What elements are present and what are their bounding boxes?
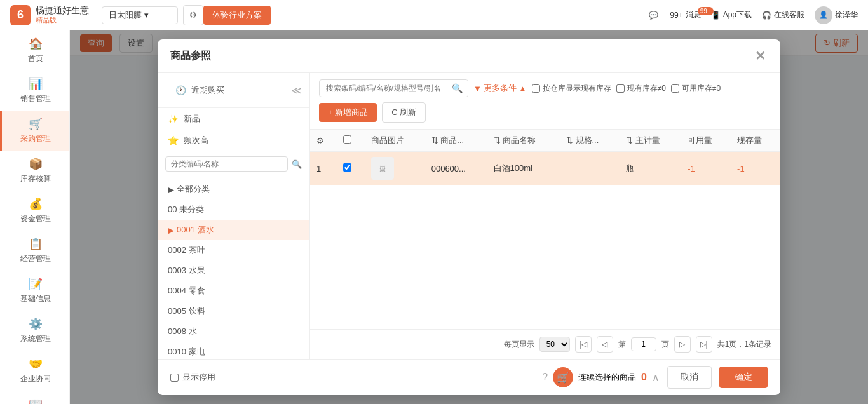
category-item-appliance[interactable]: 0010 家电 [158, 342, 309, 359]
category-item-fruit[interactable]: 0003 水果 [158, 260, 309, 281]
inventory-icon: 📦 [29, 157, 43, 171]
checkbox-stock-input[interactable] [616, 84, 625, 93]
cell-stock: -1 [731, 152, 780, 185]
cell-index: 1 [310, 152, 337, 185]
category-search-icon[interactable]: 🔍 [292, 159, 302, 169]
modal-footer: 显示停用 ? 🛒 连续选择的商品 0 ∧ 取消 确定 [158, 359, 780, 395]
category-item-tea[interactable]: 0002 茶叶 [158, 240, 309, 260]
sidebar-label-home: 首页 [28, 53, 43, 64]
category-label-tea: 0002 茶叶 [168, 245, 205, 256]
logo-area: 6 畅捷通好生意 精品版 [10, 5, 89, 25]
product-search-input[interactable] [320, 81, 447, 96]
table-refresh-button[interactable]: C 刷新 [382, 102, 426, 123]
quick-item-recent[interactable]: 🕐 近期购买 [165, 79, 234, 101]
category-item-liquor[interactable]: ▶ 0001 酒水 [158, 220, 309, 240]
app-download-label: App下载 [723, 10, 752, 20]
disabled-checkbox-input[interactable] [170, 374, 179, 382]
prev-page-button[interactable]: ◁ [597, 336, 613, 353]
app-download-button[interactable]: 📱 App下载 [711, 10, 752, 20]
col-spec[interactable]: ⇅ 规格... [560, 130, 620, 152]
user-avatar: 👤 [815, 6, 832, 24]
col-unit[interactable]: ⇅ 主计量 [620, 130, 681, 152]
msg-label: 99+ [670, 11, 682, 20]
trial-button[interactable]: 体验行业方案 [203, 6, 271, 25]
select-all-checkbox[interactable] [343, 135, 351, 144]
category-item-none[interactable]: 00 未分类 [158, 199, 309, 220]
checkbox-available-label: 可用库存≠0 [682, 83, 721, 94]
col-name[interactable]: ⇅ 商品名称 [487, 130, 560, 152]
user-area[interactable]: 👤 徐泽华 [815, 6, 858, 24]
filter-row: 🔍 ▼ 更多条件 ▲ 按仓库显示现有库存 [310, 73, 780, 130]
sidebar-label-purchase: 采购管理 [20, 133, 51, 144]
category-search-input[interactable] [165, 156, 288, 172]
chevron-down-icon: ▾ [144, 10, 149, 20]
checkbox-available-input[interactable] [671, 84, 679, 93]
table-row[interactable]: 1 🖼 [310, 152, 780, 185]
home-icon: 🏠 [29, 37, 43, 51]
finance-icon: 💰 [29, 197, 43, 211]
last-page-button[interactable]: ▷| [696, 336, 712, 353]
col-settings[interactable]: ⚙ [310, 130, 337, 152]
per-page-label: 每页显示 [504, 339, 534, 350]
online-service-button[interactable]: 🎧 在线客服 [762, 10, 804, 20]
sidebar-item-purchase[interactable]: 🛒 采购管理 [0, 111, 69, 151]
cell-code: 000600... [425, 152, 487, 185]
modal-close-button[interactable]: ✕ [752, 48, 768, 64]
category-item-drink[interactable]: 0005 饮料 [158, 301, 309, 321]
cancel-button[interactable]: 取消 [667, 366, 712, 389]
add-product-button[interactable]: + 新增商品 [319, 103, 377, 122]
store-selector[interactable]: 日太阳膜 ▾ [102, 6, 178, 24]
quick-label-recent: 近期购买 [191, 84, 224, 96]
category-tree: ▶ 全部分类 00 未分类 ▶ 0001 酒水 0002 茶 [158, 177, 309, 359]
sidebar-item-inventory[interactable]: 📦 库存核算 [0, 151, 69, 191]
cart-collapse-button[interactable]: ∧ [652, 372, 660, 384]
confirm-button[interactable]: 确定 [719, 367, 768, 388]
quick-item-frequent[interactable]: ⭐ 频次高 [158, 130, 309, 151]
store-name: 日太阳膜 [109, 10, 142, 21]
category-item-snack[interactable]: 0004 零食 [158, 281, 309, 301]
basic-icon: 📝 [29, 277, 43, 291]
sidebar-item-basic[interactable]: 📝 基础信息 [0, 271, 69, 311]
quick-item-new[interactable]: ✨ 新品 [158, 108, 309, 130]
help-icon[interactable]: ? [542, 372, 548, 383]
category-item-water[interactable]: 0008 水 [158, 321, 309, 342]
notifications-button[interactable]: 💬 99+ 99+ 消息 [649, 10, 700, 20]
sidebar-item-sales[interactable]: 📊 销售管理 [0, 71, 69, 111]
checkbox-nonzero-available[interactable]: 可用库存≠0 [671, 83, 721, 94]
modal-overlay: 商品参照 ✕ 🕐 近期购买 ≪ [70, 30, 868, 404]
sidebar-item-enterprise[interactable]: 🤝 企业协同 [0, 351, 69, 391]
brand-edition: 精品版 [36, 15, 89, 25]
cell-checkbox [337, 152, 365, 185]
operation-icon: 📋 [29, 237, 43, 251]
main-layout: 🏠 首页 📊 销售管理 🛒 采购管理 📦 库存核算 💰 资金管理 📋 经营管理 … [0, 30, 868, 404]
page-number-input[interactable] [631, 337, 656, 351]
row-checkbox[interactable] [343, 163, 351, 172]
system-icon: ⚙️ [29, 317, 43, 331]
category-label-snack: 0004 零食 [168, 285, 205, 297]
checkbox-nonzero-stock[interactable]: 现有库存≠0 [616, 83, 666, 94]
cart-icon[interactable]: 🛒 [553, 367, 573, 387]
display-disabled-checkbox[interactable]: 显示停用 [170, 372, 215, 383]
settings-button[interactable]: ⚙ [183, 5, 203, 25]
cart-count: 0 [641, 372, 647, 383]
guide-icon: 📖 [29, 397, 43, 404]
checkbox-warehouse-input[interactable] [532, 84, 540, 93]
disabled-label: 显示停用 [182, 372, 215, 383]
sidebar-label-system: 系统管理 [20, 333, 51, 344]
sidebar-item-guide[interactable]: 📖 新手引导 [0, 391, 69, 404]
checkbox-show-by-warehouse[interactable]: 按仓库显示现有库存 [532, 83, 611, 94]
next-page-button[interactable]: ▷ [674, 336, 691, 353]
new-icon: ✨ [168, 114, 179, 124]
category-label-appliance: 0010 家电 [168, 346, 205, 358]
sidebar-item-system[interactable]: ⚙️ 系统管理 [0, 311, 69, 351]
sidebar-item-home[interactable]: 🏠 首页 [0, 30, 69, 71]
product-search-button[interactable]: 🔍 [447, 80, 468, 97]
filter-more-button[interactable]: ▼ 更多条件 ▲ [473, 83, 527, 94]
per-page-select[interactable]: 50 [539, 337, 570, 352]
category-item-all[interactable]: ▶ 全部分类 [158, 179, 309, 199]
collapse-left-button[interactable]: ≪ [291, 84, 302, 97]
sidebar-item-finance[interactable]: 💰 资金管理 [0, 191, 69, 231]
first-page-button[interactable]: |◁ [575, 336, 592, 353]
sidebar-item-operation[interactable]: 📋 经营管理 [0, 231, 69, 271]
col-code[interactable]: ⇅ 商品... [425, 130, 487, 152]
